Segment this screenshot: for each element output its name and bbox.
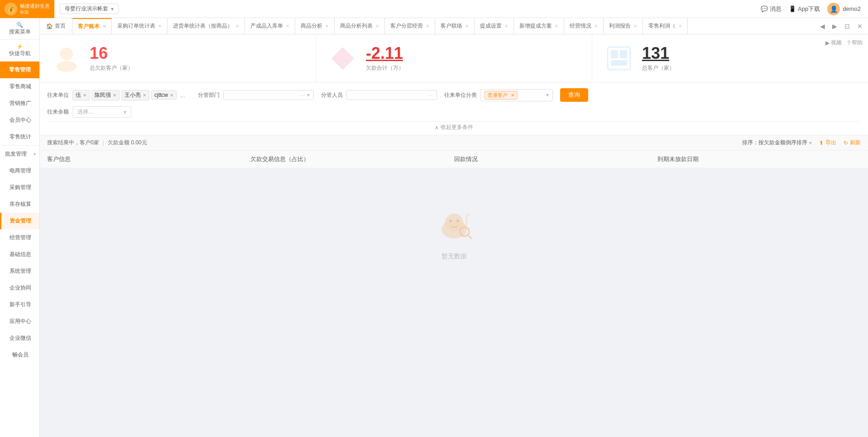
- stat-value-credit-customers: 16: [90, 45, 133, 62]
- sidebar-item-purchase-mgmt[interactable]: 采购管理: [0, 179, 39, 196]
- col-label: 到期未放款日期: [657, 156, 699, 162]
- sidebar-item-inventory[interactable]: 库存核算: [0, 196, 39, 213]
- logo-area[interactable]: 💰 畅捷通好生意 标版: [0, 0, 54, 18]
- tab-prev-btn[interactable]: ◀: [817, 22, 828, 31]
- stat-text-credit: 16 总欠款客户（家）: [90, 45, 133, 72]
- user-area[interactable]: 👤 demo2: [827, 3, 861, 15]
- close-icon[interactable]: ✕: [325, 24, 329, 28]
- close-icon[interactable]: ✕: [113, 93, 116, 98]
- sidebar-item-label: 应用中心: [3, 318, 38, 325]
- tab-expand-btn[interactable]: ⊡: [842, 22, 853, 31]
- play-icon: ▶: [825, 40, 830, 46]
- close-icon[interactable]: ✕: [465, 24, 469, 28]
- close-icon[interactable]: ✕: [235, 24, 239, 28]
- sidebar-item-new-guide[interactable]: 新手引导: [0, 296, 39, 313]
- tab-customer-contact[interactable]: 客户联络 ✕: [435, 18, 475, 34]
- sidebar-item-enterprise-wechat[interactable]: 企业微信: [0, 330, 39, 347]
- tab-label: 经营情况: [570, 22, 591, 30]
- person-select[interactable]: ···: [346, 90, 437, 100]
- unit-class-select[interactable]: 普通客户 ✕ ▾: [480, 89, 553, 101]
- tab-retail-profit[interactable]: 零售利润（ ✕: [643, 18, 688, 34]
- help-btn[interactable]: ? 帮助: [847, 39, 863, 47]
- sidebar-item-system-mgmt[interactable]: 系统管理: [0, 263, 39, 280]
- messages-btn[interactable]: 💬 消息: [761, 5, 782, 13]
- query-button[interactable]: 查询: [560, 88, 588, 102]
- collapse-label: 收起更多条件: [441, 124, 473, 131]
- close-icon[interactable]: ✕: [555, 24, 558, 28]
- tab-next-btn[interactable]: ▶: [830, 22, 840, 31]
- sidebar-search-label: 搜索菜单: [3, 28, 37, 36]
- sidebar-item-operation-mgmt[interactable]: 经营管理: [0, 229, 39, 246]
- search-result-text: 搜索结果中，客户0家: [47, 139, 99, 147]
- refresh-btn[interactable]: ↻ 刷新: [844, 139, 861, 147]
- sidebar-item-label: 经营管理: [3, 234, 38, 242]
- tab-operation-status[interactable]: 经营情况 ✕: [564, 18, 604, 34]
- dept-select[interactable]: ··· ▾: [223, 90, 314, 100]
- svg-rect-5: [620, 50, 627, 58]
- sidebar-item-app-center[interactable]: 应用中心: [0, 313, 39, 330]
- sidebar-item-wholesale-mgmt[interactable]: 批发管理 ▾: [0, 145, 39, 162]
- store-selector[interactable]: 母婴行业演示帐套 ▾: [60, 4, 119, 14]
- sidebar-item-member-center[interactable]: 会员中心: [0, 112, 39, 128]
- tab-customer-book[interactable]: 客户账本 ✕: [72, 18, 112, 34]
- close-icon[interactable]: ✕: [511, 93, 514, 98]
- sidebar-item-retail-stats[interactable]: 零售统计: [0, 128, 39, 145]
- tab-new-tips-plan[interactable]: 新增提成方案 ✕: [514, 18, 564, 34]
- stat-card-total-customers: 131 总客户（家） ▶ 视频 ? 帮助: [592, 34, 868, 82]
- sidebar-item-label: 电商管理: [3, 167, 38, 175]
- sidebar-item-basic-info[interactable]: 基础信息: [0, 246, 39, 263]
- tab-tips-settings[interactable]: 提成设置 ✕: [475, 18, 514, 34]
- app-download-label: App下载: [798, 5, 820, 13]
- video-btn[interactable]: ▶ 视频: [825, 39, 842, 47]
- close-icon[interactable]: ✕: [143, 93, 146, 98]
- tab-product-analysis-list[interactable]: 商品分析列表 ✕: [335, 18, 385, 34]
- tab-stock-stats[interactable]: 进货单统计表（按商品） ✕: [168, 18, 245, 34]
- tab-product-analysis[interactable]: 商品分析 ✕: [295, 18, 335, 34]
- svg-point-9: [449, 219, 452, 222]
- app-download-btn[interactable]: 📱 App下载: [789, 5, 820, 13]
- sidebar-item-retail-mall[interactable]: 零售商城: [0, 78, 39, 95]
- tab-close-all-btn[interactable]: ✕: [854, 22, 865, 31]
- close-icon[interactable]: ✕: [375, 24, 379, 28]
- sidebar-item-enterprise-collab[interactable]: 企业协同: [0, 280, 39, 296]
- tab-production-stock[interactable]: 产成品入库单 ✕: [245, 18, 295, 34]
- close-icon[interactable]: ✕: [158, 24, 162, 28]
- main-layout: 🔍 搜索菜单 ⚡ 快捷导航 零售管理 零售商城 营销推广 会员中心 零售统计 批…: [0, 18, 868, 437]
- sidebar-quick-nav[interactable]: ⚡ 快捷导航: [0, 40, 39, 62]
- tab-profit-report[interactable]: 利润报告 ✕: [604, 18, 643, 34]
- sidebar-item-retail-mgmt[interactable]: 零售管理: [0, 62, 39, 78]
- sidebar-item-ecommerce[interactable]: 电商管理: [0, 162, 39, 179]
- sidebar-item-finance-mgmt[interactable]: 资金管理: [0, 213, 39, 229]
- tag-value-wu: 伍: [76, 91, 81, 99]
- sidebar-item-member-vip[interactable]: 畅会员: [0, 347, 39, 363]
- close-icon[interactable]: ✕: [633, 24, 637, 28]
- export-btn[interactable]: ⬆ 导出: [819, 139, 836, 147]
- close-icon[interactable]: ✕: [594, 24, 598, 28]
- home-icon: 🏠: [46, 23, 53, 29]
- sidebar-search[interactable]: 🔍 搜索菜单: [0, 18, 39, 40]
- close-icon[interactable]: ✕: [504, 24, 508, 28]
- chevron-down-icon: ▾: [124, 109, 126, 115]
- sidebar-item-label: 营销推广: [3, 100, 38, 107]
- tab-label: 新增提成方案: [519, 22, 552, 30]
- close-icon[interactable]: ✕: [426, 24, 429, 28]
- close-icon[interactable]: ✕: [170, 93, 173, 98]
- close-icon[interactable]: ✕: [102, 24, 106, 29]
- result-right-actions: 排序：按欠款金额倒序排序 ▾ ⬆ 导出 ↻ 刷新: [742, 139, 861, 147]
- tab-purchase-order-stats[interactable]: 采购订单统计表 ✕: [112, 18, 168, 34]
- result-bar: 搜索结果中，客户0家 | 欠款金额 0.00元 排序：按欠款金额倒序排序 ▾ ⬆…: [40, 135, 868, 151]
- tab-home[interactable]: 🏠 首页: [40, 18, 72, 34]
- close-icon[interactable]: ✕: [286, 24, 289, 28]
- close-icon[interactable]: ✕: [83, 93, 86, 98]
- stats-row: 16 总欠款客户（家） ¥ -2.11 欠款合计（万）: [40, 34, 868, 83]
- sidebar-item-marketing[interactable]: 营销推广: [0, 95, 39, 112]
- collapse-btn[interactable]: ∧ 收起更多条件: [47, 121, 861, 135]
- filter-more-btn[interactable]: ...: [178, 92, 187, 99]
- tab-label: 产成品入库单: [250, 22, 283, 30]
- close-icon[interactable]: ✕: [678, 24, 682, 28]
- tabs-bar: 🏠 首页 客户账本 ✕ 采购订单统计表 ✕ 进货单统计表（按商品） ✕ 产成品入…: [40, 18, 868, 34]
- ellipsis-icon: ···: [301, 92, 305, 98]
- sort-selector[interactable]: 排序：按欠款金额倒序排序 ▾: [742, 139, 812, 147]
- balance-select[interactable]: 选择... ▾: [72, 106, 131, 118]
- tab-customer-segment[interactable]: 客户分层经营 ✕: [385, 18, 435, 34]
